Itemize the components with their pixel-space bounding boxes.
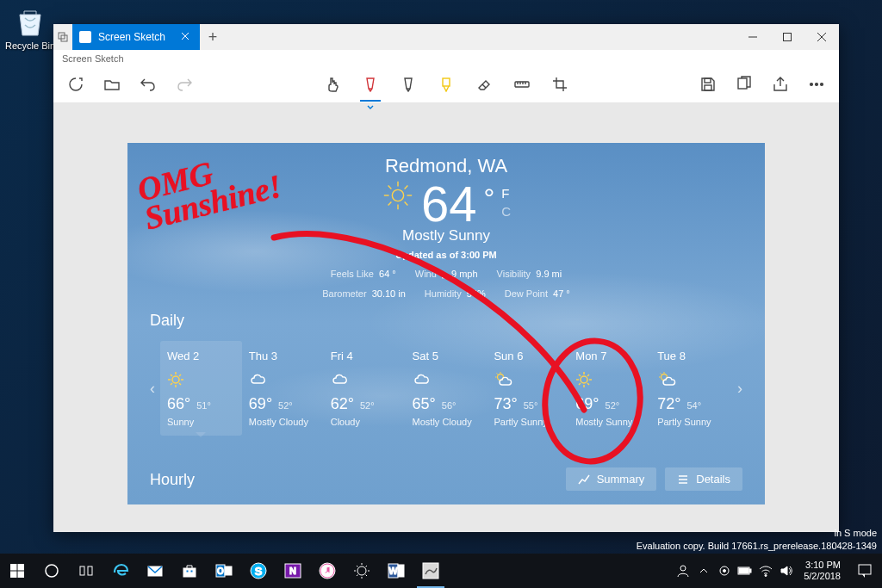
outlook-icon[interactable]: O	[207, 554, 241, 588]
forecast-day[interactable]: Wed 266° 51°Sunny	[160, 341, 242, 436]
svg-point-80	[680, 566, 686, 571]
current-temp: 64	[421, 179, 477, 229]
pencil-icon[interactable]	[398, 74, 419, 95]
svg-rect-55	[183, 568, 196, 577]
recycle-bin[interactable]: Recycle Bin	[4, 4, 56, 51]
day-weather-icon	[657, 371, 674, 388]
itunes-icon[interactable]	[310, 554, 345, 588]
cortana-button[interactable]	[34, 554, 69, 588]
close-tab-icon[interactable]	[181, 31, 193, 43]
canvas: Redmond, WA 64 ° F C Mostly Sunny Update…	[53, 103, 839, 532]
svg-line-39	[587, 383, 589, 385]
forecast-day[interactable]: Mon 769° 52°Mostly Sunny	[568, 341, 650, 436]
svg-line-38	[579, 374, 581, 376]
svg-point-67	[357, 566, 366, 575]
details-button[interactable]: Details	[665, 467, 742, 491]
svg-rect-60	[225, 566, 232, 575]
ruler-icon[interactable]	[512, 74, 532, 95]
edge-icon[interactable]	[103, 554, 138, 588]
tabs-manage-icon[interactable]	[53, 24, 72, 50]
clock[interactable]: 3:10 PM 5/2/2018	[797, 560, 848, 582]
redo-icon[interactable]	[174, 74, 195, 95]
prev-days-button[interactable]: ‹	[145, 341, 160, 436]
copy-icon[interactable]	[734, 74, 755, 95]
svg-rect-5	[705, 78, 711, 83]
screen-sketch-taskbar-icon[interactable]	[413, 554, 448, 588]
tab-app-icon	[79, 31, 91, 43]
save-icon[interactable]	[698, 74, 718, 95]
word-icon[interactable]: W	[379, 554, 413, 588]
wifi-icon[interactable]	[755, 554, 776, 588]
weather-screenshot: Redmond, WA 64 ° F C Mostly Sunny Update…	[127, 143, 765, 504]
day-temps: 69° 52°	[249, 395, 317, 413]
forecast-day[interactable]: Thu 369° 52°Mostly Cloudy	[242, 341, 324, 436]
battery-icon[interactable]	[735, 554, 755, 588]
next-days-button[interactable]: ›	[732, 341, 748, 436]
svg-line-73	[366, 575, 368, 577]
day-name: Wed 2	[167, 350, 235, 362]
svg-point-9	[816, 83, 818, 85]
day-condition: Sunny	[167, 417, 235, 427]
svg-rect-57	[190, 570, 193, 573]
day-name: Tue 8	[657, 350, 725, 362]
share-icon[interactable]	[770, 74, 791, 95]
forecast-day[interactable]: Sun 673° 55°Partly Sunny	[487, 341, 568, 436]
forecast-day[interactable]: Fri 462° 52°Cloudy	[324, 341, 406, 436]
svg-point-86	[765, 575, 767, 577]
minimize-button[interactable]	[736, 24, 770, 50]
forecast-day[interactable]: Sat 565° 56°Mostly Cloudy	[406, 341, 488, 436]
mail-icon[interactable]	[138, 554, 172, 588]
svg-rect-87	[859, 565, 871, 574]
active-tab[interactable]: Screen Sketch	[72, 24, 200, 50]
svg-text:S: S	[255, 565, 263, 578]
tab-title: Screen Sketch	[98, 31, 165, 43]
eraser-icon[interactable]	[474, 74, 494, 95]
ballpoint-pen-icon[interactable]	[360, 74, 381, 95]
recycle-bin-icon	[13, 4, 47, 39]
action-center-icon[interactable]	[848, 554, 882, 588]
new-sketch-icon[interactable]	[65, 74, 86, 95]
day-condition: Partly Sunny	[494, 417, 562, 427]
skype-icon[interactable]: S	[241, 554, 276, 588]
weather-icon[interactable]	[345, 554, 379, 588]
recycle-bin-label: Recycle Bin	[4, 40, 56, 51]
day-condition: Cloudy	[331, 417, 399, 427]
day-weather-icon	[575, 371, 593, 388]
unit-toggle[interactable]: F C	[501, 184, 511, 220]
summary-button[interactable]: Summary	[566, 467, 657, 491]
svg-line-17	[405, 202, 408, 206]
svg-rect-84	[749, 569, 751, 573]
weather-details-row1: Feels Like 64 ° Wind ◣ 9 mph Visibility …	[127, 269, 765, 280]
people-icon[interactable]	[673, 554, 693, 588]
open-icon[interactable]	[102, 74, 122, 95]
volume-icon[interactable]	[776, 554, 797, 588]
svg-line-45	[661, 374, 662, 374]
forecast-day[interactable]: Tue 872° 54°Partly Sunny	[650, 341, 732, 436]
screen-sketch-window: Screen Sketch + Screen Sketch	[53, 24, 839, 532]
day-temps: 73° 55°	[494, 395, 562, 413]
touch-writing-icon[interactable]	[322, 74, 343, 95]
store-icon[interactable]	[172, 554, 207, 588]
maximize-button[interactable]	[770, 24, 804, 50]
undo-icon[interactable]	[138, 74, 158, 95]
svg-rect-78	[398, 565, 404, 577]
day-weather-icon	[167, 371, 184, 388]
weather-details-row2: Barometer 30.10 in Humidity 54% Dew Poin…	[127, 288, 765, 299]
start-button[interactable]	[0, 554, 34, 588]
close-button[interactable]	[804, 24, 839, 50]
location-icon[interactable]	[714, 554, 735, 588]
more-icon[interactable]	[806, 74, 827, 95]
svg-line-32	[497, 374, 498, 374]
svg-point-10	[821, 83, 823, 85]
crop-icon[interactable]	[550, 74, 570, 95]
titlebar: Screen Sketch +	[53, 24, 839, 50]
svg-rect-48	[18, 564, 24, 570]
onenote-icon[interactable]: N	[276, 554, 310, 588]
new-tab-button[interactable]: +	[200, 24, 226, 50]
svg-line-74	[366, 566, 368, 567]
tray-chevron-icon[interactable]	[693, 554, 714, 588]
degree-symbol: °	[483, 183, 494, 214]
hourly-label: Hourly	[150, 471, 195, 489]
task-view-button[interactable]	[69, 554, 103, 588]
highlighter-icon[interactable]	[436, 74, 457, 95]
